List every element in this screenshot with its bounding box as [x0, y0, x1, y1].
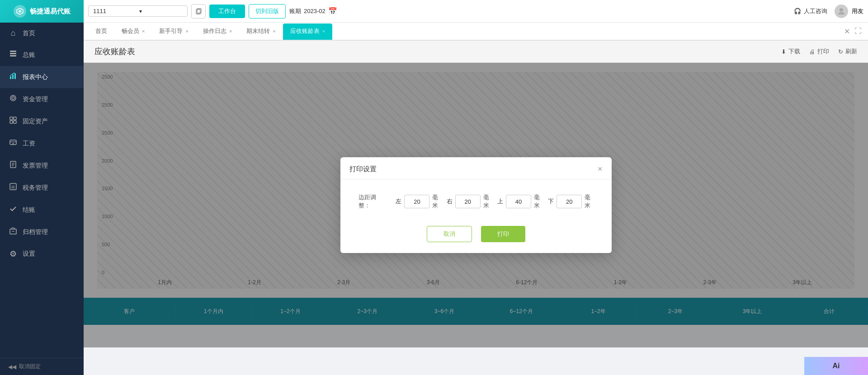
- tab-aging[interactable]: 应收账龄表 ×: [283, 23, 332, 40]
- sidebar-item-tax[interactable]: 税 税务管理: [0, 177, 84, 199]
- svg-point-0: [19, 10, 21, 13]
- workbench-button[interactable]: 工作台: [209, 5, 245, 18]
- sidebar-item-label: 结账: [23, 206, 35, 214]
- tab-oplog[interactable]: 操作日志 ×: [196, 23, 239, 40]
- tab-close-icon[interactable]: ×: [322, 28, 325, 34]
- left-unit: 毫米: [432, 193, 441, 210]
- ledger-icon: [8, 50, 18, 60]
- refresh-icon: ↻: [838, 48, 843, 55]
- tab-close-icon[interactable]: ×: [229, 28, 232, 34]
- sidebar-item-invoice[interactable]: 发票管理: [0, 155, 84, 177]
- asset-icon: [8, 116, 18, 127]
- logo-icon: [14, 5, 26, 18]
- sidebar-item-archive[interactable]: 归档管理: [0, 221, 84, 243]
- copy-button[interactable]: [191, 4, 206, 19]
- refresh-button[interactable]: ↻ 刷新: [838, 47, 857, 56]
- tab-member[interactable]: 畅会员 ×: [114, 23, 152, 40]
- left-margin-input[interactable]: [404, 195, 429, 208]
- sidebar-item-label: 报表中心: [23, 73, 48, 81]
- modal-title: 打印设置: [349, 165, 377, 173]
- sidebar-item-ledger[interactable]: 总账: [0, 44, 84, 66]
- consult-button[interactable]: 🎧 人工咨询: [794, 7, 827, 15]
- svg-point-10: [10, 95, 16, 101]
- right-margin-input[interactable]: [455, 195, 481, 208]
- content-area: 首页 畅会员 × 新手引导 × 操作日志 × 期末结转 × 应收账龄表 ×: [84, 23, 868, 375]
- svg-point-3: [840, 8, 843, 12]
- period-value: 2023-02: [304, 8, 326, 14]
- tab-label: 期末结转: [246, 27, 270, 35]
- print-button[interactable]: 🖨 打印: [809, 47, 829, 56]
- refresh-label: 刷新: [845, 47, 857, 56]
- sidebar-item-settle[interactable]: 结账: [0, 199, 84, 221]
- print-label: 打印: [817, 47, 829, 56]
- home-icon: ⌂: [8, 28, 18, 38]
- sidebar-item-asset[interactable]: 固定资产: [0, 110, 84, 132]
- sidebar-item-label: 资金管理: [23, 95, 48, 103]
- sidebar: ⌂ 首页 总账 报表中心 资金管理: [0, 23, 84, 375]
- right-unit: 毫米: [483, 193, 492, 210]
- svg-text:税: 税: [11, 185, 15, 189]
- switch-old-button[interactable]: 切到旧版: [249, 4, 286, 19]
- modal-header: 打印设置 ×: [340, 157, 612, 180]
- svg-rect-14: [10, 121, 13, 123]
- margin-label: 边距调整：: [359, 193, 386, 210]
- tab-label: 新手引导: [159, 27, 183, 35]
- download-icon: ⬇: [781, 48, 786, 55]
- ai-label: Ai: [833, 362, 840, 370]
- tab-close-icon[interactable]: ×: [273, 28, 275, 34]
- download-button[interactable]: ⬇ 下载: [781, 47, 800, 56]
- bottom-margin-input[interactable]: [557, 195, 582, 208]
- cancel-button[interactable]: 取消: [427, 226, 472, 242]
- print-icon: 🖨: [809, 48, 815, 55]
- sidebar-item-report[interactable]: 报表中心: [0, 66, 84, 88]
- archive-icon: [8, 227, 18, 237]
- tab-label: 畅会员: [122, 27, 139, 35]
- tab-home[interactable]: 首页: [88, 23, 114, 40]
- tab-guide[interactable]: 新手引导 ×: [152, 23, 195, 40]
- sidebar-nav: ⌂ 首页 总账 报表中心 资金管理: [0, 23, 84, 358]
- logo-text: 畅捷通易代账: [30, 7, 71, 16]
- close-window-icon[interactable]: ✕: [844, 27, 850, 36]
- expand-window-icon[interactable]: ⛶: [854, 27, 862, 35]
- company-selector[interactable]: 1111 ▾: [88, 5, 188, 17]
- page-actions: ⬇ 下载 🖨 打印 ↻ 刷新: [781, 47, 857, 56]
- ai-badge[interactable]: Ai: [804, 357, 868, 375]
- tab-close-icon[interactable]: ×: [185, 28, 188, 34]
- margin-bottom-group: 下 毫米: [548, 193, 593, 210]
- svg-rect-5: [10, 53, 16, 54]
- page-content: 应收账龄表 ⬇ 下载 🖨 打印 ↻ 刷新: [84, 41, 868, 375]
- invoice-icon: [8, 160, 18, 171]
- right-prefix: 右: [447, 197, 453, 206]
- user-area[interactable]: 用友: [835, 5, 863, 18]
- margin-top-group: 上 毫米: [497, 193, 542, 210]
- sidebar-item-label: 税务管理: [23, 184, 48, 192]
- calendar-icon[interactable]: 📅: [328, 7, 337, 15]
- top-margin-input[interactable]: [506, 195, 531, 208]
- svg-rect-12: [10, 117, 13, 120]
- modal-body: 边距调整： 左 毫米 右 毫米: [340, 180, 612, 219]
- sidebar-item-home[interactable]: ⌂ 首页: [0, 23, 84, 44]
- svg-rect-26: [12, 228, 14, 229]
- print-confirm-button[interactable]: 打印: [481, 226, 525, 242]
- modal-close-button[interactable]: ×: [598, 164, 603, 174]
- tab-yearend[interactable]: 期末结转 ×: [239, 23, 283, 40]
- page-title: 应收账龄表: [94, 46, 135, 57]
- bottom-prefix: 下: [548, 197, 554, 206]
- sidebar-collapse[interactable]: ◀◀ 取消固定: [0, 358, 84, 375]
- sidebar-item-salary[interactable]: 工资: [0, 132, 84, 155]
- tab-window-controls: ✕ ⛶: [844, 27, 863, 36]
- headset-icon: 🎧: [794, 8, 801, 14]
- tab-close-icon[interactable]: ×: [142, 28, 145, 34]
- svg-rect-9: [14, 73, 16, 79]
- sidebar-item-label: 固定资产: [23, 117, 48, 126]
- svg-rect-8: [12, 75, 14, 79]
- fund-icon: [8, 94, 18, 104]
- sidebar-item-label: 发票管理: [23, 162, 48, 170]
- header-right: 🎧 人工咨询 用友: [794, 5, 863, 18]
- page-header: 应收账龄表 ⬇ 下载 🖨 打印 ↻ 刷新: [84, 41, 868, 63]
- top-prefix: 上: [497, 197, 503, 206]
- margin-right-group: 右 毫米: [447, 193, 492, 210]
- sidebar-item-fund[interactable]: 资金管理: [0, 88, 84, 110]
- modal-footer: 取消 打印: [340, 219, 612, 253]
- sidebar-item-settings[interactable]: ⚙ 设置: [0, 243, 84, 265]
